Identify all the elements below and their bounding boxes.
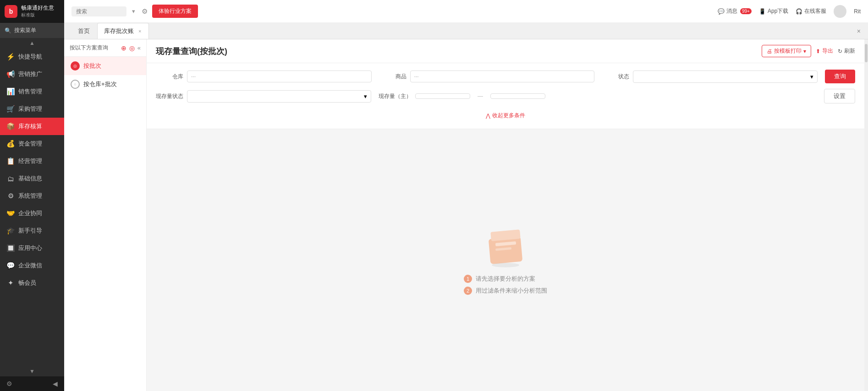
sales-icon: 📊 xyxy=(6,87,15,96)
panel-item-by-warehouse-batch[interactable]: ○ 按仓库+批次 xyxy=(64,75,146,93)
scheme-settings-icon[interactable]: ◎ xyxy=(129,44,135,52)
topbar-search-input[interactable] xyxy=(71,6,126,16)
sidebar-item-guide[interactable]: 🎓 新手引导 xyxy=(0,222,64,239)
tab-close-icon[interactable]: × xyxy=(137,28,142,34)
print-icon: 🖨 xyxy=(767,48,772,54)
app-center-icon: 🔲 xyxy=(6,244,15,252)
inventory-qty-to[interactable] xyxy=(490,93,545,99)
sidebar-item-label: 畅会员 xyxy=(18,279,36,287)
sidebar-item-label: 应用中心 xyxy=(18,244,42,252)
left-panel-header: 按以下方案查询 ⊕ ◎ « xyxy=(64,39,146,57)
refresh-label: 刷新 xyxy=(844,47,855,55)
template-print-label: 按模板打印 xyxy=(774,47,802,55)
page-title-bar: 现存量查询(按批次) 🖨 按模板打印 ▾ ⬆ 导出 ↻ 刷新 xyxy=(147,39,864,63)
page-title-actions: 🖨 按模板打印 ▾ ⬆ 导出 ↻ 刷新 xyxy=(762,45,855,57)
sidebar-item-business[interactable]: 📋 经营管理 xyxy=(0,152,64,170)
inventory-qty-field: 现存量（主） — xyxy=(379,92,594,100)
goods-field: 商品 ··· xyxy=(379,71,595,82)
topbar-chevron-icon[interactable]: ▾ xyxy=(132,8,135,15)
tab-home[interactable]: 首页 xyxy=(71,23,96,39)
search-form: 仓库 ··· 商品 ··· 状态 xyxy=(147,63,864,129)
settings-button[interactable]: 设置 xyxy=(824,89,855,103)
username-label: Rit xyxy=(854,8,861,15)
warehouse-field: 仓库 ··· xyxy=(156,71,372,82)
messages-group[interactable]: 💬 消息 99+ xyxy=(718,7,752,15)
sidebar-scroll-down[interactable]: ▼ xyxy=(0,366,64,376)
goods-input[interactable]: ··· xyxy=(410,71,595,82)
sidebar-item-label: 库存核算 xyxy=(18,122,42,130)
inventory-status-chevron-icon: ▾ xyxy=(364,93,367,100)
tab-inventory-batch[interactable]: 库存批次账 × xyxy=(97,23,149,39)
right-scrollbar[interactable] xyxy=(864,39,868,391)
add-scheme-icon[interactable]: ⊕ xyxy=(121,44,126,52)
svg-point-4 xyxy=(492,263,519,267)
sidebar-item-app-center[interactable]: 🔲 应用中心 xyxy=(0,239,64,257)
empty-svg xyxy=(478,222,533,267)
app-logo: b xyxy=(5,5,17,18)
empty-tip-1: 1 请先选择要分析的方案 xyxy=(464,275,547,283)
collapse-more[interactable]: ⋀ 收起更多条件 xyxy=(156,109,855,122)
sidebar-item-label: 企业协同 xyxy=(18,209,42,217)
close-all-tabs-icon[interactable]: × xyxy=(857,27,861,35)
enterprise-icon: 🤝 xyxy=(6,209,15,217)
panel-item-label: 按批次 xyxy=(83,62,101,70)
system-icon: ⚙ xyxy=(6,192,15,200)
sidebar-search-label: 搜索菜单 xyxy=(14,27,36,34)
online-service-label: 在线客服 xyxy=(804,7,826,15)
sidebar-app-info: 畅康通好生意 标准版 xyxy=(21,5,54,18)
sidebar-item-base-info[interactable]: 🗂 基础信息 xyxy=(0,170,64,187)
sidebar-item-member[interactable]: ✦ 畅会员 xyxy=(0,274,64,292)
status-select[interactable]: ▾ xyxy=(633,71,818,83)
sidebar-settings-icon[interactable]: ⚙ xyxy=(6,380,12,387)
scrollbar-thumb xyxy=(865,44,868,62)
warehouse-input[interactable]: ··· xyxy=(187,71,372,82)
inventory-status-select[interactable]: ▾ xyxy=(187,90,371,103)
app-edition: 标准版 xyxy=(21,12,54,18)
sidebar-item-sales[interactable]: 📊 销售管理 xyxy=(0,83,64,100)
app-download-group[interactable]: 📱 App下载 xyxy=(759,7,788,15)
sidebar-collapse-icon[interactable]: ◀ xyxy=(53,380,58,387)
finance-icon: 💰 xyxy=(6,140,15,148)
sidebar-item-inventory[interactable]: 📦 库存核算 xyxy=(0,118,64,135)
topbar-gear-icon[interactable]: ⚙ xyxy=(142,7,148,16)
guide-icon: 🎓 xyxy=(6,227,15,235)
inventory-qty-from[interactable] xyxy=(415,93,470,99)
export-icon: ⬆ xyxy=(816,48,820,54)
user-avatar[interactable] xyxy=(834,5,846,18)
sidebar-item-purchase[interactable]: 🛒 采购管理 xyxy=(0,100,64,118)
sidebar-scroll-up[interactable]: ▲ xyxy=(0,38,64,48)
status-label: 状态 xyxy=(602,73,629,81)
template-print-button[interactable]: 🖨 按模板打印 ▾ xyxy=(762,45,811,57)
left-panel-title: 按以下方案查询 xyxy=(70,44,108,52)
sidebar-item-marketing[interactable]: 📢 营销推广 xyxy=(0,65,64,83)
sidebar-item-quick-nav[interactable]: ⚡ 快捷导航 xyxy=(0,48,64,65)
quick-nav-icon: ⚡ xyxy=(6,53,15,61)
panel-item-label: 按仓库+批次 xyxy=(83,80,117,88)
inventory-icon: 📦 xyxy=(6,122,15,130)
left-panel-actions: ⊕ ◎ « xyxy=(121,44,141,52)
base-info-icon: 🗂 xyxy=(6,175,15,183)
sidebar-search[interactable]: 🔍 搜索菜单 xyxy=(0,23,64,38)
search-row-1: 仓库 ··· 商品 ··· 状态 xyxy=(156,70,855,83)
page-content: 按以下方案查询 ⊕ ◎ « ◎ 按批次 ○ 按仓库+批次 现存量查询(按批次) xyxy=(64,39,868,391)
online-service-group[interactable]: 🎧 在线客服 xyxy=(796,7,826,15)
panel-item-by-batch[interactable]: ◎ 按批次 xyxy=(64,57,146,75)
sidebar-nav: ⚡ 快捷导航 📢 营销推广 📊 销售管理 🛒 采购管理 📦 库存核算 💰 资金管… xyxy=(0,48,64,366)
sidebar-item-finance[interactable]: 💰 资金管理 xyxy=(0,135,64,152)
sidebar-item-system[interactable]: ⚙ 系统管理 xyxy=(0,187,64,205)
sidebar-item-wechat[interactable]: 💬 企业微信 xyxy=(0,257,64,274)
empty-illustration xyxy=(478,222,533,267)
collapse-panel-icon[interactable]: « xyxy=(137,44,141,51)
refresh-button[interactable]: ↻ 刷新 xyxy=(838,47,855,55)
tip-num-1: 1 xyxy=(464,275,472,283)
sidebar-item-label: 系统管理 xyxy=(18,192,42,200)
collapse-label: 收起更多条件 xyxy=(492,112,525,119)
query-button[interactable]: 查询 xyxy=(825,70,855,83)
export-button[interactable]: ⬆ 导出 xyxy=(816,47,833,55)
sidebar-item-enterprise[interactable]: 🤝 企业协同 xyxy=(0,205,64,222)
print-chevron-icon: ▾ xyxy=(803,48,806,54)
warehouse-batch-scheme-icon: ○ xyxy=(71,80,80,89)
sidebar-item-label: 企业微信 xyxy=(18,261,42,270)
export-label: 导出 xyxy=(822,47,833,55)
try-industry-button[interactable]: 体验行业方案 xyxy=(152,5,198,18)
